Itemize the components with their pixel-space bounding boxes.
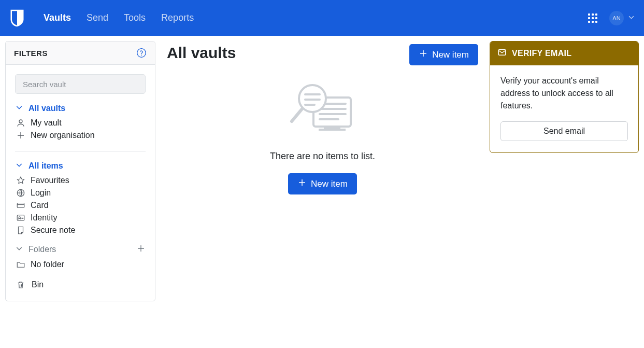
filter-heading-label: All vaults <box>28 104 65 113</box>
filter-all-items[interactable]: All items <box>15 161 146 171</box>
chevron-down-icon <box>15 103 23 114</box>
svg-point-10 <box>141 54 142 55</box>
callout-header: VERIFY EMAIL <box>490 41 638 65</box>
svg-point-9 <box>137 49 146 58</box>
filter-login[interactable]: Login <box>15 187 146 199</box>
new-item-button[interactable]: New item <box>409 44 478 65</box>
svg-rect-4 <box>592 17 594 19</box>
filter-item-label: Card <box>31 201 49 210</box>
nav-tabs: Vaults Send Tools Reports <box>44 12 588 23</box>
filter-heading-label: All items <box>28 161 63 171</box>
filter-all-vaults[interactable]: All vaults <box>15 103 146 114</box>
note-icon <box>16 226 25 235</box>
avatar: AN <box>609 11 624 25</box>
trash-icon <box>16 280 25 289</box>
nav-tab-send[interactable]: Send <box>87 12 108 23</box>
nav-right: AN <box>588 11 635 25</box>
empty-new-item-button[interactable]: New item <box>288 173 357 194</box>
filters-title: FILTERS <box>14 49 48 58</box>
filter-folders[interactable]: Folders <box>15 244 146 255</box>
folder-icon <box>16 260 25 269</box>
search-input[interactable] <box>15 74 146 94</box>
svg-rect-7 <box>592 21 594 23</box>
svg-rect-6 <box>588 21 590 23</box>
chevron-down-icon <box>15 161 23 171</box>
filter-new-organisation[interactable]: New organisation <box>15 129 146 142</box>
filter-no-folder[interactable]: No folder <box>15 258 146 271</box>
filter-item-label: No folder <box>31 260 64 269</box>
svg-rect-14 <box>17 215 24 221</box>
star-icon <box>16 176 25 185</box>
filter-card[interactable]: Card <box>15 199 146 212</box>
nav-tab-tools[interactable]: Tools <box>124 12 146 23</box>
filters-header: FILTERS <box>6 41 155 65</box>
empty-illustration-icon <box>281 79 364 143</box>
identity-icon <box>16 213 25 222</box>
filter-bin[interactable]: Bin <box>15 280 146 289</box>
help-icon[interactable] <box>136 48 147 58</box>
plus-icon <box>16 131 25 140</box>
svg-rect-3 <box>588 17 590 19</box>
svg-rect-17 <box>324 127 340 129</box>
account-menu[interactable]: AN <box>609 11 635 25</box>
apps-icon[interactable] <box>588 13 598 23</box>
card-icon <box>16 201 25 210</box>
chevron-down-icon <box>15 244 23 255</box>
empty-state: There are no items to list. New item <box>167 79 478 194</box>
filter-heading-label: Folders <box>28 245 56 254</box>
plus-icon <box>419 49 428 61</box>
filter-item-label: Login <box>31 188 51 198</box>
send-email-button[interactable]: Send email <box>500 121 628 141</box>
button-label: New item <box>432 50 469 60</box>
verify-email-callout: VERIFY EMAIL Verify your account's email… <box>490 41 639 153</box>
svg-rect-0 <box>588 13 590 16</box>
filter-item-label: New organisation <box>31 131 95 140</box>
filter-my-vault[interactable]: My vault <box>15 117 146 129</box>
button-label: New item <box>311 179 348 189</box>
callout-body-text: Verify your account's email address to u… <box>500 75 628 112</box>
chevron-down-icon <box>628 13 635 22</box>
nav-tab-vaults[interactable]: Vaults <box>44 12 71 23</box>
filters-panel: FILTERS All vaults <box>5 41 155 301</box>
callout-title: VERIFY EMAIL <box>512 49 571 58</box>
svg-rect-13 <box>17 203 24 208</box>
page-title: All vaults <box>167 44 236 62</box>
main-content: All vaults New item <box>167 41 478 194</box>
filter-favourites[interactable]: Favourites <box>15 174 146 187</box>
nav-tab-reports[interactable]: Reports <box>161 12 194 23</box>
filter-item-label: Secure note <box>31 226 75 235</box>
main-header: All vaults New item <box>167 44 478 65</box>
user-icon <box>16 118 25 128</box>
svg-rect-18 <box>319 129 346 131</box>
plus-icon <box>297 178 307 190</box>
add-folder-button[interactable] <box>136 244 146 255</box>
filter-item-label: Identity <box>31 213 58 222</box>
svg-point-15 <box>19 217 20 218</box>
svg-rect-5 <box>595 17 597 19</box>
svg-rect-8 <box>595 21 597 23</box>
filter-item-label: My vault <box>31 118 62 128</box>
svg-rect-1 <box>592 13 594 16</box>
svg-rect-2 <box>595 13 597 16</box>
empty-text: There are no items to list. <box>270 151 375 162</box>
svg-point-11 <box>19 120 22 123</box>
filter-item-label: Bin <box>32 280 44 289</box>
topbar: Vaults Send Tools Reports AN <box>0 0 644 36</box>
logo-icon <box>9 9 25 27</box>
filter-secure-note[interactable]: Secure note <box>15 224 146 236</box>
filter-item-label: Favourites <box>31 176 69 185</box>
svg-line-27 <box>292 109 302 121</box>
filter-identity[interactable]: Identity <box>15 212 146 224</box>
globe-icon <box>16 188 25 198</box>
mail-icon <box>497 48 507 59</box>
